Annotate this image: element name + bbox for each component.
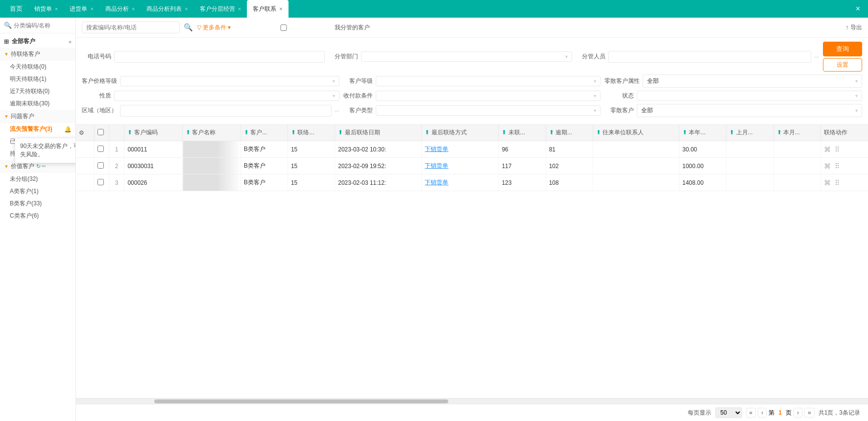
first-page-button[interactable]: « [746,408,756,418]
my-customers-checkbox[interactable] [235,25,333,31]
close-product-analysis-list[interactable]: × [185,6,188,12]
select-all-checkbox[interactable] [97,129,104,135]
link-action-icon[interactable]: ⌘ [824,146,831,153]
tab-product-analysis[interactable]: 商品分析 × [99,0,141,18]
more-button[interactable]: ··· [814,53,819,60]
collapse-icon[interactable]: « [69,39,72,45]
tab-product-analysis-list[interactable]: 商品分析列表 × [141,0,193,18]
cell-checkbox[interactable] [94,174,109,191]
col-last-contact-method[interactable]: ⬆ 最后联络方式 [422,124,499,141]
cell-code: 000026 [124,174,183,191]
close-sales-order[interactable]: × [55,6,58,12]
customer-level-select[interactable]: ▾ [376,76,601,86]
link-action-icon[interactable]: ⌘ [824,179,831,187]
cell-last-contact-method[interactable]: 下销货单 [422,174,499,191]
total-info: 共1页，3条记录 [819,409,860,417]
cell-this-year: 30.00 [679,141,726,158]
prev-page-button[interactable]: ‹ [758,408,767,418]
filter-row-3: 性质 ▾ 收付款条件 ▾ 状态 [82,91,862,101]
scattered-attr-select[interactable]: 全部 ▾ [643,74,862,88]
grid-action-icon[interactable]: ⠿ [835,146,840,153]
close-customer-segment[interactable]: × [238,6,241,12]
scattered-select[interactable]: 全部 ▾ [637,104,862,117]
scroll-thumb[interactable] [154,399,448,403]
refresh-icon[interactable]: ↻ [36,163,41,170]
horizontal-scrollbar[interactable] [76,398,868,404]
sidebar-item-class-b[interactable]: B类客户(33) [0,198,75,210]
content-area: 🔍 ▽ 更多条件 ▾ 我分管的客户 ↑ 导出 电话号码 [76,18,868,421]
col-this-year[interactable]: ⬆ 本年... [679,124,726,141]
export-button[interactable]: ↑ 导出 [845,24,862,32]
link-action-icon[interactable]: ⌘ [824,162,831,170]
sidebar-item-today-contact[interactable]: 今天待联络(0) [0,61,75,73]
page-size-select[interactable]: 50 100 [715,407,742,418]
window-close-button[interactable]: × [852,4,864,13]
col-unit-contact[interactable]: ⬆ 往来单位联系人 [593,124,679,141]
cell-checkbox[interactable] [94,141,109,158]
group-problem-customer[interactable]: ▼ 问题客户 [0,110,75,123]
sidebar-item-class-c[interactable]: C类客户(6) [0,210,75,222]
nature-select[interactable]: ▾ [114,91,339,101]
tab-customer-segment[interactable]: 客户分层经营 × [194,0,247,18]
region-more-button[interactable]: ··· [335,107,339,114]
row-checkbox[interactable] [97,162,104,169]
tab-purchase-order[interactable]: 进货单 × [64,0,99,18]
cell-checkbox[interactable] [94,158,109,174]
field-phone: 电话号码 [82,51,325,63]
col-type[interactable]: ⬆ 客户... [241,124,288,141]
col-last-month[interactable]: ⬆ 上月... [726,124,773,141]
tab-sales-order[interactable]: 销货单 × [28,0,64,18]
col-gear[interactable]: ⚙ [76,124,94,141]
last-page-button[interactable]: » [804,408,815,418]
edit-icon[interactable]: ✏ [42,163,46,170]
filter-row-4: 区域（地区） ··· 客户类型 ▾ 零散客户 全部 ▾ [82,104,862,117]
col-overdue[interactable]: ⬆ 逾期... [546,124,593,141]
sidebar-item-class-a[interactable]: A类客户(1) [0,185,75,198]
close-purchase-order[interactable]: × [90,6,93,12]
row-checkbox[interactable] [97,146,104,152]
col-this-month[interactable]: ⬆ 本月... [773,124,820,141]
tab-home[interactable]: 首页 [4,4,28,13]
my-customers-checkbox-label[interactable]: 我分管的客户 [235,24,370,32]
cell-last-contact-method[interactable]: 下销货单 [422,141,499,158]
sidebar-item-tomorrow-contact[interactable]: 明天待联络(1) [0,73,75,85]
next-page-button[interactable]: › [794,408,802,418]
col-checkbox-header[interactable] [94,124,109,141]
query-button[interactable]: 查询 [823,42,862,56]
chevron-down-icon: ▾ [565,54,568,59]
col-code[interactable]: ⬆ 客户编码 [124,124,183,141]
more-conditions-toggle[interactable]: ▽ 更多条件 ▾ [197,24,231,32]
cell-last-contact-method[interactable]: 下销货单 [422,158,499,174]
customer-type-select[interactable]: ▾ [376,105,601,116]
phone-input[interactable] [114,51,325,63]
department-select[interactable]: ▾ [361,51,572,62]
search-input[interactable] [82,22,180,33]
col-last-contact-date[interactable]: ⬆ 最后联络日期 [335,124,422,141]
close-product-analysis[interactable]: × [132,6,135,12]
status-select[interactable]: ▾ [637,91,862,101]
col-contact[interactable]: ⬆ 联络... [288,124,335,141]
cell-contact: 15 [288,158,335,174]
settings-button[interactable]: 设置 [823,58,862,72]
sidebar-item-overdue-contact[interactable]: 逾期未联络(30) [0,98,75,110]
col-uncontacted[interactable]: ⬆ 未联... [499,124,546,141]
sidebar-search-icon: 🔍 [4,22,12,29]
group-pending-contact[interactable]: ▼ 待联络客户 [0,48,75,61]
grid-action-icon[interactable]: ⠿ [835,179,840,187]
all-customers-header[interactable]: ⊞ 全部客户 « [0,33,75,48]
sidebar-item-7days-contact[interactable]: 近7天待联络(0) [0,85,75,98]
manager-input[interactable] [608,51,811,63]
row-checkbox[interactable] [97,179,104,185]
region-input[interactable] [120,105,332,117]
sidebar-item-churn-warning[interactable]: 流失预警客户(3) 🔔 [0,123,75,135]
grid-action-icon[interactable]: ⠿ [835,162,840,170]
price-level-select[interactable]: ▾ [120,76,339,86]
search-button[interactable]: 🔍 [184,23,193,32]
tab-customer-contact[interactable]: 客户联系 × [247,0,288,18]
col-name[interactable]: ⬆ 客户名称 [183,124,241,141]
payment-select[interactable]: ▾ [376,91,601,101]
sidebar-item-ungrouped[interactable]: 未分组(32) [0,173,75,185]
gear-icon[interactable]: ⚙ [79,129,84,136]
close-customer-contact[interactable]: × [279,6,282,12]
sidebar-search-input[interactable] [14,22,72,29]
